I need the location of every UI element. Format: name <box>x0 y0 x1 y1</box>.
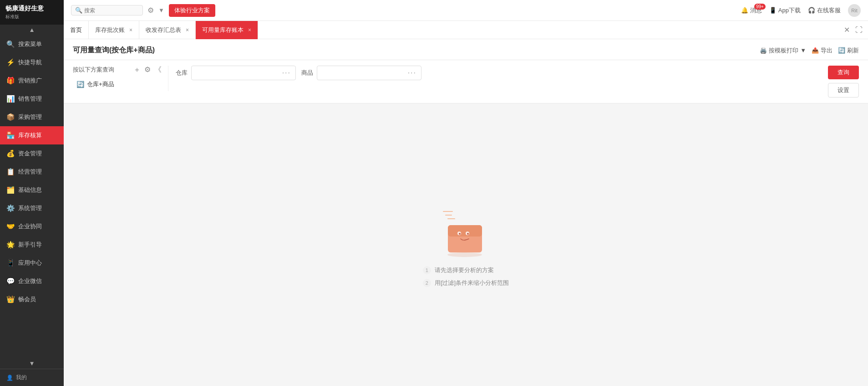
online-service-btn[interactable]: 🎧 在线客服 <box>808 6 841 15</box>
enterprise-icon: 🤝 <box>6 222 15 231</box>
dropdown-arrow-icon[interactable]: ▼ <box>158 7 164 14</box>
scroll-down-btn[interactable]: ▼ <box>0 358 64 369</box>
goods-more-icon[interactable]: ··· <box>408 69 416 77</box>
collapse-scheme-btn[interactable]: 《 <box>153 66 162 73</box>
sidebar-item-sales[interactable]: 📊 销售管理 <box>0 90 64 108</box>
content-area: 可用量查询(按仓库+商品) 🖨️ 按模板打印 ▼ 📤 导出 🔄 刷新 <box>64 39 868 386</box>
goods-filter-row: 商品 ··· <box>301 66 421 80</box>
bell-icon: 🔔 <box>741 7 748 14</box>
finance-icon: 💰 <box>6 149 15 158</box>
scroll-up-btn[interactable]: ▲ <box>0 25 64 35</box>
sidebar-item-search[interactable]: 🔍 搜索菜单 <box>0 35 64 53</box>
sidebar-item-label: 快捷导航 <box>18 58 42 67</box>
export-label: 导出 <box>821 46 832 55</box>
sidebar-item-system[interactable]: ⚙️ 系统管理 <box>0 199 64 217</box>
sidebar-item-label: 企业微信 <box>18 277 42 285</box>
phone-icon: 📱 <box>769 7 777 14</box>
quick-nav-icon: ⚡ <box>6 58 15 67</box>
headset-icon: 🎧 <box>808 7 815 14</box>
warehouse-input[interactable]: ··· <box>191 66 296 80</box>
inventory-icon: 🏪 <box>6 131 15 139</box>
user-avatar-icon: 👤 <box>6 375 13 381</box>
app-download-btn[interactable]: 📱 App下载 <box>769 6 801 15</box>
hint-num-1: 1 <box>423 266 431 274</box>
user-name: Rit <box>851 8 857 13</box>
filter-scheme-header: 按以下方案查询 ＋ ⚙ 《 <box>73 66 162 74</box>
notify-badge: 99+ <box>754 4 766 10</box>
sidebar-header: 畅康通好生意 标准版 <box>0 0 64 25</box>
print-dropdown-icon[interactable]: ▼ <box>800 47 806 54</box>
sidebar-item-app-center[interactable]: 📱 应用中心 <box>0 254 64 272</box>
guide-icon: 🌟 <box>6 241 15 249</box>
search-icon: 🔍 <box>75 7 82 14</box>
tab-bar: 首页 库存批次账 × 收发存汇总表 × 可用量库存账本 × ✕ ⛶ <box>64 21 868 39</box>
svg-point-9 <box>447 252 482 257</box>
app-center-icon: 📱 <box>6 259 15 267</box>
tab-receive-summary-close[interactable]: × <box>186 27 189 33</box>
sidebar-item-label: 营销推广 <box>18 77 42 85</box>
industry-btn[interactable]: 体验行业方案 <box>169 4 215 17</box>
sidebar-item-finance[interactable]: 💰 资金管理 <box>0 144 64 163</box>
operations-icon: 📋 <box>6 168 15 176</box>
tab-batch-ledger-close[interactable]: × <box>129 27 132 33</box>
topbar-search-box[interactable]: 🔍 <box>71 5 143 15</box>
sidebar-item-enterprise[interactable]: 🤝 企业协同 <box>0 217 64 236</box>
goods-input[interactable]: ··· <box>317 66 421 80</box>
warehouse-filter-row: 仓库 ··· <box>176 66 296 80</box>
add-scheme-btn[interactable]: ＋ <box>132 66 142 73</box>
scheme-icon: 🔄 <box>76 81 84 88</box>
tab-available-ledger-close[interactable]: × <box>248 27 251 33</box>
search-icon: 🔍 <box>6 40 15 48</box>
sidebar-item-label: 库存核算 <box>18 131 42 139</box>
filter-inputs: 仓库 ··· 商品 ··· <box>168 66 821 80</box>
sidebar-item-quick-nav[interactable]: ⚡ 快捷导航 <box>0 53 64 72</box>
tab-home-label: 首页 <box>70 26 82 34</box>
page-actions: 🖨️ 按模板打印 ▼ 📤 导出 🔄 刷新 <box>760 46 859 55</box>
user-avatar[interactable]: Rit <box>848 4 861 17</box>
sidebar-item-guide[interactable]: 🌟 新手引导 <box>0 236 64 254</box>
tab-receive-summary[interactable]: 收发存汇总表 × <box>139 21 196 39</box>
export-btn[interactable]: 📤 导出 <box>812 46 832 55</box>
search-input[interactable] <box>84 7 139 14</box>
tab-batch-ledger[interactable]: 库存批次账 × <box>89 21 139 39</box>
tab-available-ledger[interactable]: 可用量库存账本 × <box>196 21 258 39</box>
tabs-close-all-btn[interactable]: ✕ <box>842 24 852 36</box>
notify-btn[interactable]: 🔔 消息 99+ <box>741 6 762 15</box>
hint-text-2: 用[过滤]条件来缩小分析范围 <box>435 279 509 287</box>
sidebar-footer[interactable]: 👤 我的 <box>0 369 64 386</box>
hint-item-1: 1 请先选择要分析的方案 <box>423 266 509 274</box>
refresh-icon: 🔄 <box>838 47 845 54</box>
edit-scheme-btn[interactable]: ⚙ <box>143 66 152 73</box>
hint-num-2: 2 <box>423 279 431 287</box>
main-content: 🔍 ⚙ ▼ 体验行业方案 🔔 消息 99+ 📱 App下载 🎧 在线客服 Rit <box>64 0 868 386</box>
sidebar-item-operations[interactable]: 📋 经营管理 <box>0 163 64 181</box>
refresh-btn[interactable]: 🔄 刷新 <box>838 46 859 55</box>
sidebar-item-basic-info[interactable]: 🗂️ 基础信息 <box>0 181 64 199</box>
settings-button[interactable]: 设置 <box>828 83 859 98</box>
sidebar-item-label: 经营管理 <box>18 168 42 176</box>
sidebar-footer-label: 我的 <box>16 374 27 381</box>
query-button[interactable]: 查询 <box>828 66 859 79</box>
filter-area: 按以下方案查询 ＋ ⚙ 《 🔄 仓库+商品 仓库 <box>64 60 868 103</box>
sidebar-item-purchase[interactable]: 📦 采购管理 <box>0 108 64 126</box>
print-btn[interactable]: 🖨️ 按模板打印 ▼ <box>760 46 806 55</box>
tab-actions: ✕ ⛶ <box>842 24 868 36</box>
gear-icon[interactable]: ⚙ <box>147 6 154 15</box>
system-icon: ⚙️ <box>6 204 15 212</box>
export-icon: 📤 <box>812 47 819 54</box>
tab-receive-summary-label: 收发存汇总表 <box>146 26 181 34</box>
sidebar-item-marketing[interactable]: 🎁 营销推广 <box>0 72 64 90</box>
tab-home[interactable]: 首页 <box>64 21 89 39</box>
print-label: 按模板打印 <box>769 46 798 55</box>
sidebar-menu: 🔍 搜索菜单 ⚡ 快捷导航 🎁 营销推广 📊 销售管理 📦 采购管理 🏪 库存核… <box>0 35 64 358</box>
empty-state: 1 请先选择要分析的方案 2 用[过滤]条件来缩小分析范围 <box>64 103 868 386</box>
sidebar-item-label: 应用中心 <box>18 259 42 267</box>
filter-scheme-panel: 按以下方案查询 ＋ ⚙ 《 🔄 仓库+商品 <box>73 66 168 91</box>
scheme-item-warehouse-goods[interactable]: 🔄 仓库+商品 <box>73 77 162 91</box>
app-title: 畅康通好生意 <box>5 5 58 13</box>
sidebar-item-vip[interactable]: 👑 畅会员 <box>0 290 64 309</box>
sidebar-item-inventory[interactable]: 🏪 库存核算 <box>0 126 64 144</box>
sidebar-item-wechat[interactable]: 💬 企业微信 <box>0 272 64 290</box>
warehouse-more-icon[interactable]: ··· <box>282 69 291 77</box>
tabs-expand-btn[interactable]: ⛶ <box>853 24 864 36</box>
